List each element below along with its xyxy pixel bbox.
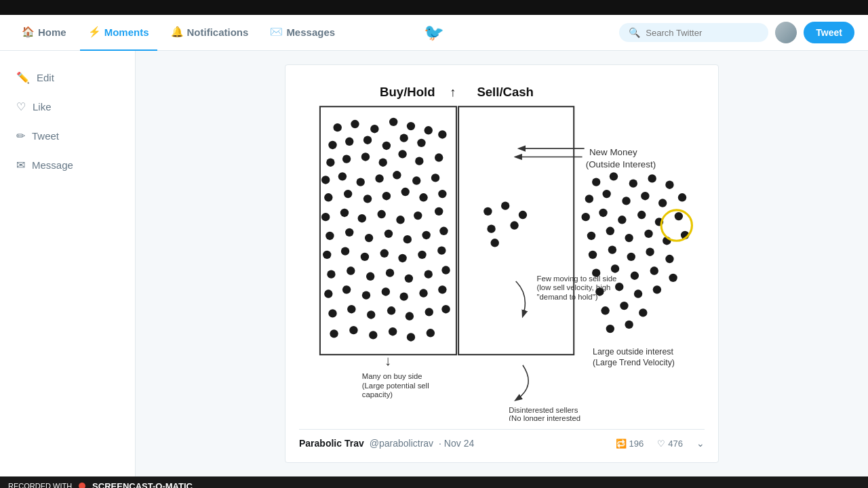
svg-point-20 <box>438 130 446 138</box>
svg-point-60 <box>398 254 406 262</box>
sidebar-tweet-label: Tweet <box>32 130 59 142</box>
svg-point-53 <box>403 235 412 243</box>
svg-point-28 <box>321 176 330 184</box>
message-icon: ✉ <box>16 159 25 171</box>
svg-point-105 <box>592 178 600 186</box>
svg-point-93 <box>487 224 495 232</box>
diagram-container: Buy/Hold ↑ Sell/Cash <box>299 79 705 421</box>
svg-point-132 <box>665 255 673 263</box>
svg-point-40 <box>419 193 427 201</box>
svg-point-78 <box>347 305 355 313</box>
screencast-brand-label: SCREENCAST-O-MATIC <box>92 481 193 488</box>
svg-point-75 <box>419 289 427 297</box>
svg-point-117 <box>599 209 607 217</box>
avatar-image <box>775 22 797 43</box>
svg-point-124 <box>625 234 633 242</box>
svg-rect-4 <box>458 106 574 354</box>
moments-icon: ⚡ <box>88 26 101 38</box>
svg-point-118 <box>618 216 626 224</box>
like-action[interactable]: ♡ 476 <box>657 439 683 449</box>
svg-point-138 <box>595 287 604 296</box>
svg-text:(Large potential sell: (Large potential sell <box>362 382 429 390</box>
svg-point-95 <box>491 239 499 247</box>
svg-text:Few moving to sell side: Few moving to sell side <box>537 274 617 283</box>
sidebar-message[interactable]: ✉ Message <box>7 152 128 178</box>
svg-point-32 <box>393 171 401 179</box>
sidebar-edit-label: Edit <box>37 72 54 83</box>
mail-icon: ✉️ <box>270 26 283 38</box>
svg-point-73 <box>382 287 390 296</box>
svg-point-70 <box>324 289 332 298</box>
svg-point-106 <box>610 172 618 180</box>
svg-point-42 <box>321 213 330 221</box>
tweet-card: Buy/Hold ↑ Sell/Cash <box>285 64 719 463</box>
nav-messages[interactable]: ✉️ Messages <box>262 15 343 51</box>
svg-point-16 <box>363 136 372 144</box>
svg-point-66 <box>386 268 394 277</box>
svg-point-29 <box>338 172 347 180</box>
svg-point-25 <box>398 150 406 158</box>
svg-point-94 <box>510 221 518 229</box>
search-box[interactable]: 🔍 <box>619 23 768 42</box>
svg-point-122 <box>587 232 595 240</box>
svg-point-116 <box>582 213 590 221</box>
svg-point-27 <box>435 153 443 161</box>
svg-point-26 <box>415 157 423 165</box>
svg-point-10 <box>370 125 378 133</box>
svg-point-54 <box>422 231 430 239</box>
nav-notifications-label: Notifications <box>187 26 249 38</box>
svg-point-24 <box>379 159 387 167</box>
svg-point-23 <box>361 152 370 161</box>
svg-point-47 <box>414 211 422 220</box>
sidebar-like[interactable]: ♡ Like <box>7 94 128 120</box>
nav-home[interactable]: 🏠 Home <box>14 15 75 51</box>
svg-point-43 <box>340 209 349 217</box>
more-action[interactable]: ⌄ <box>696 438 705 449</box>
nav-messages-label: Messages <box>286 26 335 38</box>
svg-point-62 <box>437 246 446 254</box>
svg-point-144 <box>639 308 647 317</box>
svg-point-135 <box>631 272 639 280</box>
chevron-down-icon: ⌄ <box>696 438 705 449</box>
svg-point-145 <box>606 325 614 333</box>
retweet-action[interactable]: 🔁 196 <box>616 439 644 449</box>
svg-point-92 <box>519 211 527 219</box>
nav-moments[interactable]: ⚡ Moments <box>80 15 157 51</box>
svg-point-74 <box>399 292 408 300</box>
tweet-button[interactable]: Tweet <box>804 22 854 43</box>
svg-point-55 <box>439 227 448 235</box>
svg-point-19 <box>417 139 425 147</box>
svg-point-107 <box>629 179 637 187</box>
search-input[interactable] <box>646 28 759 38</box>
sidebar-edit[interactable]: ✏️ Edit <box>7 64 128 91</box>
svg-text:↓: ↓ <box>384 352 391 368</box>
avatar[interactable] <box>775 22 797 43</box>
svg-point-133 <box>592 268 600 277</box>
svg-point-69 <box>441 266 450 274</box>
svg-point-142 <box>601 306 609 314</box>
svg-point-143 <box>620 302 628 310</box>
main-content: ✏️ Edit ♡ Like ✏ Tweet ✉ Message Buy/Hol… <box>0 51 868 476</box>
svg-point-50 <box>345 228 353 237</box>
svg-text:(Outside Interest): (Outside Interest) <box>586 159 656 169</box>
svg-point-121 <box>675 212 683 220</box>
svg-point-21 <box>326 159 334 167</box>
sidebar-tweet[interactable]: ✏ Tweet <box>7 123 128 149</box>
tweet-handle: @parabolictrav <box>370 438 433 449</box>
svg-text:New Money: New Money <box>589 147 637 157</box>
svg-point-125 <box>644 230 652 238</box>
like-count: 476 <box>668 439 683 449</box>
top-black-bar <box>0 0 868 15</box>
svg-point-139 <box>615 283 623 291</box>
tweet-icon: ✏ <box>16 129 25 142</box>
bell-icon: 🔔 <box>171 26 184 38</box>
bottom-bar: RECORDED WITH SCREENCAST-O-MATIC <box>0 476 868 488</box>
svg-text:(Large Trend Velocity): (Large Trend Velocity) <box>593 358 675 367</box>
svg-point-109 <box>665 181 673 189</box>
svg-point-11 <box>389 118 397 126</box>
svg-text:Many on buy side: Many on buy side <box>362 372 422 380</box>
nav-notifications[interactable]: 🔔 Notifications <box>163 15 257 51</box>
tweet-actions: 🔁 196 ♡ 476 ⌄ <box>616 438 705 449</box>
tweet-footer: Parabolic Trav @parabolictrav · Nov 24 🔁… <box>299 429 705 449</box>
twitter-bird-icon[interactable]: 🐦 <box>424 23 444 41</box>
